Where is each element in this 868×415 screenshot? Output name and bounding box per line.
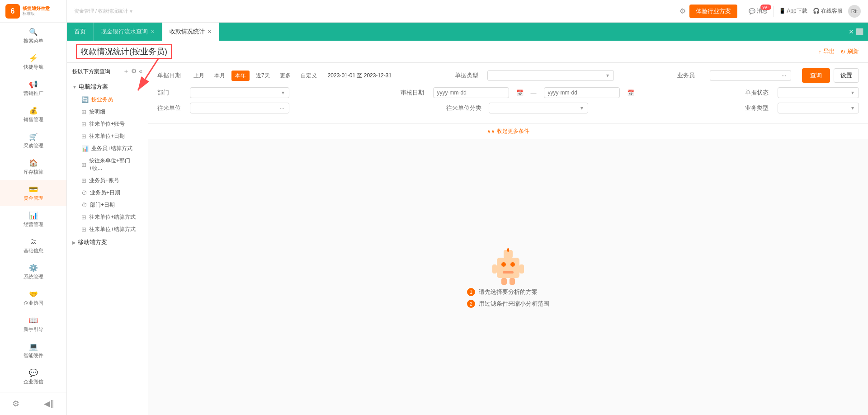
scheme-item-partner-settle1[interactable]: ⊞ 往来单位+结算方式 <box>78 211 144 223</box>
scheme-item-by-detail[interactable]: ⊞ 按明细 <box>78 106 144 118</box>
review-date-end[interactable] <box>544 87 620 98</box>
scheme-item-partner-account[interactable]: ⊞ 往来单位+账号 <box>78 118 144 130</box>
voucher-status-label: 单据状态 <box>745 89 770 97</box>
guide-icon: 📖 <box>29 316 38 325</box>
step-1: 1 请先选择要分析的方案 <box>467 288 549 296</box>
app-download-link[interactable]: 📱 App下载 <box>779 7 807 15</box>
scheme-item-partner-dept[interactable]: ⊞ 按往来单位+部门+收... <box>78 155 144 174</box>
left-panel-title: 按以下方案查询 <box>72 68 110 75</box>
salesman-select[interactable]: ··· <box>710 70 791 81</box>
scheme-item-salesman-account[interactable]: ⊞ 业务员+账号 <box>78 174 144 187</box>
salesman-label: 业务员 <box>677 71 703 80</box>
svg-rect-3 <box>503 271 514 274</box>
tab-bank-close[interactable]: ✕ <box>151 29 155 35</box>
sidebar-item-corp[interactable]: 🤝 企业协同 <box>0 285 66 311</box>
trial-btn[interactable]: 体验行业方案 <box>689 5 737 18</box>
calendar-icon2[interactable]: 📅 <box>627 90 634 96</box>
date-btn-7days[interactable]: 近7天 <box>252 71 274 81</box>
left-panel-header: 按以下方案查询 ＋ ⚙ « <box>67 63 148 80</box>
topbar: 资金管理 / 收款情况统计 ▾ ⚙ 体验行业方案 💬 消息 99+ 📱 App下… <box>67 0 868 23</box>
sales-icon: 💰 <box>29 106 38 115</box>
tab-collection-close[interactable]: ✕ <box>208 29 212 35</box>
tab-collection[interactable]: 收款情况统计 ✕ <box>162 23 219 41</box>
export-btn[interactable]: ↑ 导出 <box>819 47 835 56</box>
scheme-item-by-salesman[interactable]: 🔄 按业务员 <box>78 94 144 106</box>
scheme-item-salesman-date[interactable]: ⏱ 业务员+日期 <box>78 187 144 199</box>
sidebar-settings-btn[interactable]: ⚙ <box>10 397 21 410</box>
voucher-status-select[interactable]: ▾ <box>778 87 859 98</box>
scheme-item-dept-date[interactable]: ⏱ 部门+日期 <box>78 199 144 211</box>
scheme-collapse-btn[interactable]: « <box>139 67 142 75</box>
refresh-btn[interactable]: ↻ 刷新 <box>840 47 859 56</box>
sidebar-item-operation[interactable]: 📊 经营管理 <box>0 206 66 232</box>
scheme-group-mobile-title[interactable]: ▶ 移动端方案 <box>71 236 144 249</box>
sidebar-item-quicknav[interactable]: ⚡ 快捷导航 <box>0 49 66 75</box>
svg-rect-7 <box>509 278 515 285</box>
partner-ellipsis-icon: ··· <box>280 105 284 111</box>
messages-area[interactable]: 💬 消息 99+ <box>749 7 768 15</box>
svg-rect-2 <box>510 262 515 267</box>
scheme-item-partner-settle2[interactable]: ⊞ 往来单位+结算方式 <box>78 223 144 236</box>
biz-type-chevron: ▾ <box>851 105 854 111</box>
sidebar-item-system[interactable]: ⚙️ 系统管理 <box>0 259 66 285</box>
date-btn-lastmonth[interactable]: 上月 <box>190 71 208 81</box>
date-btn-thismonth[interactable]: 本月 <box>211 71 229 81</box>
sidebar-item-search[interactable]: 🔍 搜索菜单 <box>0 23 66 49</box>
sidebar-item-hardware[interactable]: 💻 智能硬件 <box>0 337 66 363</box>
salesman-area: ··· <box>710 70 791 81</box>
sidebar-item-finance[interactable]: 💳 资金管理 <box>0 180 66 206</box>
page-title: 收款情况统计(按业务员) <box>76 44 172 59</box>
left-panel-actions: ＋ ⚙ « <box>123 67 142 75</box>
close-window-btn[interactable]: ✕ <box>849 28 854 35</box>
dept-date-icon: ⏱ <box>81 202 87 208</box>
calendar-icon1[interactable]: 📅 <box>516 90 524 96</box>
tab-home[interactable]: 首页 <box>67 23 94 41</box>
messages-badge: 99+ <box>760 5 771 10</box>
page-actions: ↑ 导出 ↻ 刷新 <box>819 47 859 56</box>
review-date-start[interactable] <box>433 87 509 98</box>
partner-select[interactable]: ··· <box>190 103 289 113</box>
voucher-type-select[interactable]: ▾ <box>487 70 614 81</box>
add-scheme-btn[interactable]: ＋ <box>123 67 129 75</box>
scheme-item-partner-date[interactable]: ⊞ 往来单位+日期 <box>78 130 144 142</box>
date-btn-more[interactable]: 更多 <box>276 71 294 81</box>
sidebar-item-guide[interactable]: 📖 新手引导 <box>0 311 66 337</box>
online-service-link[interactable]: 🎧 在线客服 <box>813 7 843 15</box>
sidebar-item-purchase[interactable]: 🛒 采购管理 <box>0 127 66 154</box>
detail-icon: ⊞ <box>81 108 86 115</box>
user-avatar[interactable]: Rit <box>848 5 861 18</box>
sidebar-item-basic[interactable]: 🗂 基础信息 <box>0 232 66 259</box>
scheme-item-salesman-settle[interactable]: 📊 业务员+结算方式 <box>78 142 144 155</box>
step-num-1: 1 <box>467 288 475 296</box>
review-date-label: 审核日期 <box>401 89 426 97</box>
scheme-group-mobile: ▶ 移动端方案 <box>67 236 148 249</box>
scheme-settings-btn[interactable]: ⚙ <box>131 67 137 75</box>
placeholder-steps: 1 请先选择要分析的方案 2 用过滤条件来缩小分析范围 <box>467 288 549 308</box>
settings-icon-area[interactable]: ⚙ <box>679 7 686 15</box>
date-btn-custom[interactable]: 自定义 <box>297 71 321 81</box>
sidebar-collapse-btn[interactable]: ◀‖ <box>42 397 56 410</box>
results-placeholder: 1 请先选择要分析的方案 2 用过滤条件来缩小分析范围 <box>467 246 549 308</box>
biz-type-select[interactable]: ▾ <box>778 103 859 113</box>
biz-type-label: 业务类型 <box>745 104 770 112</box>
quicknav-icon: ⚡ <box>29 53 38 62</box>
query-btn[interactable]: 查询 <box>802 68 830 83</box>
tab-bank[interactable]: 现金银行流水查询 ✕ <box>94 23 162 41</box>
sidebar-nav: 🔍 搜索菜单 ⚡ 快捷导航 📢 营销推广 💰 销售管理 🛒 采购管理 🏠 库存核… <box>0 23 66 392</box>
scheme-group-pc-title[interactable]: ▼ 电脑端方案 <box>71 80 144 94</box>
partner-class-select[interactable]: ▾ <box>489 103 588 113</box>
collapse-bar[interactable]: ∧∧ 收起更多条件 <box>148 124 868 139</box>
sidebar-item-sales[interactable]: 💰 销售管理 <box>0 101 66 127</box>
maximize-btn[interactable]: ⬜ <box>856 28 863 35</box>
sidebar-item-marketing[interactable]: 📢 营销推广 <box>0 75 66 101</box>
settings-btn[interactable]: 设置 <box>834 68 859 83</box>
pc-group-arrow: ▼ <box>72 85 77 90</box>
date-btn-thisyear[interactable]: 本年 <box>231 71 250 81</box>
left-panel: 按以下方案查询 ＋ ⚙ « ▼ 电脑端方案 🔄 按业务员 <box>67 63 148 415</box>
svg-rect-0 <box>497 258 519 278</box>
sidebar-item-warehouse[interactable]: 🏠 库存核算 <box>0 154 66 180</box>
partner-settle1-icon: ⊞ <box>81 214 86 221</box>
sidebar-item-wechat[interactable]: 💬 企业微信 <box>0 363 66 390</box>
corp-icon: 🤝 <box>29 289 38 298</box>
dept-select[interactable]: ▾ <box>190 87 289 98</box>
